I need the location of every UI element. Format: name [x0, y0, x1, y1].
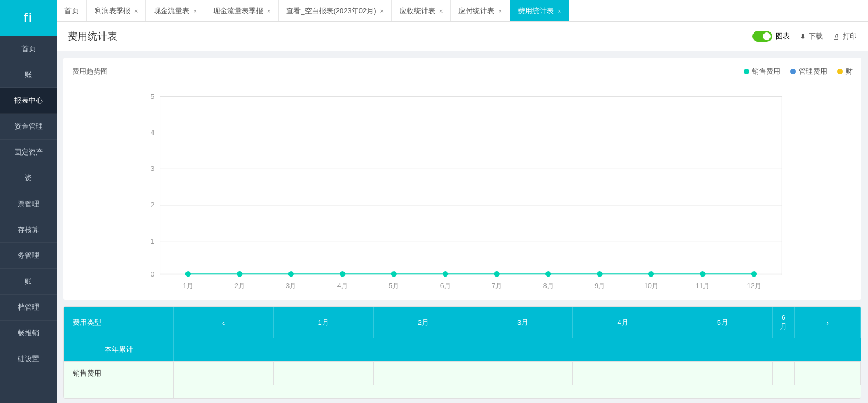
- td-type: 销售费用: [64, 362, 174, 385]
- tab-receivable[interactable]: 应收统计表 ×: [392, 0, 451, 22]
- chart-title: 费用趋势图: [72, 67, 108, 76]
- sidebar: fi 首页 账 报表中心 资金管理 固定资产 资 票管理 存核算 务管理 账 档…: [0, 0, 57, 403]
- svg-text:9月: 9月: [594, 282, 605, 290]
- tab-close-cost[interactable]: ×: [558, 8, 561, 14]
- tab-close-payable[interactable]: ×: [498, 8, 501, 14]
- sidebar-item-ticket[interactable]: 票管理: [0, 191, 57, 217]
- th-m5: 5月: [673, 307, 773, 338]
- chart-svg-wrap: 5 4 3 2 1 0 1月 2月: [72, 82, 853, 291]
- sidebar-item-resource[interactable]: 资: [0, 165, 57, 191]
- svg-text:4: 4: [150, 129, 154, 137]
- tab-blank[interactable]: 查看_空白报表(2023年02月) ×: [279, 0, 392, 22]
- th-m6: 6月: [773, 307, 795, 338]
- td-total: [64, 385, 174, 398]
- th-m1: 1月: [274, 307, 373, 338]
- page-header: 费用统计表 图表 ⬇ 下载 🖨 打印: [57, 22, 868, 51]
- chart-header: 费用趋势图 销售费用 管理费用 财: [72, 67, 853, 76]
- print-button[interactable]: 🖨 打印: [833, 31, 857, 41]
- svg-text:3月: 3月: [286, 282, 296, 290]
- svg-text:1: 1: [150, 238, 154, 245]
- svg-point-31: [494, 271, 500, 277]
- download-icon: ⬇: [800, 32, 806, 41]
- th-m2: 2月: [374, 307, 473, 338]
- sidebar-item-stock[interactable]: 存核算: [0, 217, 57, 243]
- svg-text:11月: 11月: [696, 282, 710, 290]
- main-area: 首页 利润表季报 × 现金流量表 × 现金流量表季报 × 查看_空白报表(202…: [57, 0, 868, 403]
- svg-point-36: [751, 271, 757, 277]
- tab-cashflow[interactable]: 现金流量表 ×: [146, 0, 205, 22]
- svg-text:3: 3: [150, 165, 154, 173]
- svg-text:1月: 1月: [183, 282, 193, 290]
- chart-toggle[interactable]: [752, 31, 772, 42]
- svg-point-25: [185, 271, 191, 277]
- tab-bar: 首页 利润表季报 × 现金流量表 × 现金流量表季报 × 查看_空白报表(202…: [57, 0, 868, 22]
- sidebar-item-report[interactable]: 报表中心: [0, 88, 57, 114]
- svg-text:5月: 5月: [389, 282, 399, 290]
- legend-dot-admin: [790, 69, 796, 74]
- sidebar-item-settings[interactable]: 础设置: [0, 346, 57, 372]
- chart-legend: 销售费用 管理费用 财: [744, 67, 853, 76]
- svg-point-29: [391, 271, 397, 277]
- legend-sales: 销售费用: [744, 67, 780, 76]
- td-m3: [473, 362, 573, 385]
- tab-home[interactable]: 首页: [57, 0, 87, 22]
- td-m4: [573, 362, 673, 385]
- tab-close-cashflow[interactable]: ×: [193, 8, 196, 14]
- download-button[interactable]: ⬇ 下载: [800, 31, 823, 41]
- tab-close-profit[interactable]: ×: [134, 8, 138, 14]
- td-extra: [795, 362, 861, 385]
- th-m3: 3月: [473, 307, 573, 338]
- svg-text:10月: 10月: [644, 282, 658, 290]
- th-m4: 4月: [573, 307, 673, 338]
- td-spacer: [174, 362, 274, 385]
- legend-dot-finance: [837, 69, 843, 74]
- chart-toggle-wrap: 图表: [752, 31, 790, 42]
- tab-payable[interactable]: 应付统计表 ×: [451, 0, 510, 22]
- page-area: 费用统计表 图表 ⬇ 下载 🖨 打印 费用趋势图: [57, 22, 868, 403]
- svg-point-27: [288, 271, 294, 277]
- sidebar-item-expense[interactable]: 畅报销: [0, 321, 57, 346]
- svg-point-35: [700, 271, 705, 277]
- td-m6: [773, 362, 795, 385]
- trend-chart: 5 4 3 2 1 0 1月 2月: [72, 82, 853, 291]
- sidebar-item-archive[interactable]: 档管理: [0, 295, 57, 321]
- expense-table: 费用类型 ‹ 1月 2月 3月 4月 5月 6月 › 本年累计 销售费用: [63, 306, 861, 399]
- svg-rect-12: [160, 97, 782, 275]
- svg-text:12月: 12月: [747, 282, 761, 290]
- svg-text:2月: 2月: [234, 282, 245, 290]
- svg-point-30: [443, 271, 448, 277]
- legend-dot-sales: [744, 69, 749, 74]
- sidebar-item-home[interactable]: 首页: [0, 36, 57, 62]
- th-total: 本年累计: [64, 338, 174, 361]
- header-actions: 图表 ⬇ 下载 🖨 打印: [752, 31, 857, 42]
- tab-close-cashflow-q[interactable]: ×: [267, 8, 270, 14]
- sidebar-item-ledger[interactable]: 账: [0, 269, 57, 295]
- th-nav-next[interactable]: ›: [795, 307, 861, 338]
- sidebar-item-asset[interactable]: 固定资产: [0, 140, 57, 165]
- svg-text:4月: 4月: [337, 282, 348, 290]
- svg-point-33: [597, 271, 602, 277]
- table-row: 销售费用: [64, 361, 861, 398]
- svg-text:5: 5: [150, 93, 154, 101]
- svg-point-26: [237, 271, 242, 277]
- sidebar-item-fund[interactable]: 资金管理: [0, 114, 57, 140]
- sidebar-logo: fi: [0, 0, 57, 36]
- prev-arrow-icon[interactable]: ‹: [222, 318, 225, 327]
- tab-cost[interactable]: 费用统计表 ×: [510, 0, 569, 22]
- tab-profit[interactable]: 利润表季报 ×: [87, 0, 146, 22]
- tab-cashflow-q[interactable]: 现金流量表季报 ×: [205, 0, 279, 22]
- svg-point-32: [545, 271, 551, 277]
- sidebar-item-account[interactable]: 账: [0, 62, 57, 88]
- svg-text:7月: 7月: [492, 282, 502, 290]
- legend-finance: 财: [837, 67, 853, 76]
- chart-container: 费用趋势图 销售费用 管理费用 财: [63, 58, 861, 300]
- tab-close-receivable[interactable]: ×: [439, 8, 443, 14]
- th-type: 费用类型: [64, 307, 174, 338]
- sidebar-item-service[interactable]: 务管理: [0, 243, 57, 269]
- td-m2: [374, 362, 473, 385]
- next-arrow-icon[interactable]: ›: [826, 318, 829, 327]
- th-nav-prev[interactable]: ‹: [174, 307, 274, 338]
- legend-admin: 管理费用: [790, 67, 827, 76]
- td-m1: [274, 362, 373, 385]
- tab-close-blank[interactable]: ×: [380, 8, 384, 14]
